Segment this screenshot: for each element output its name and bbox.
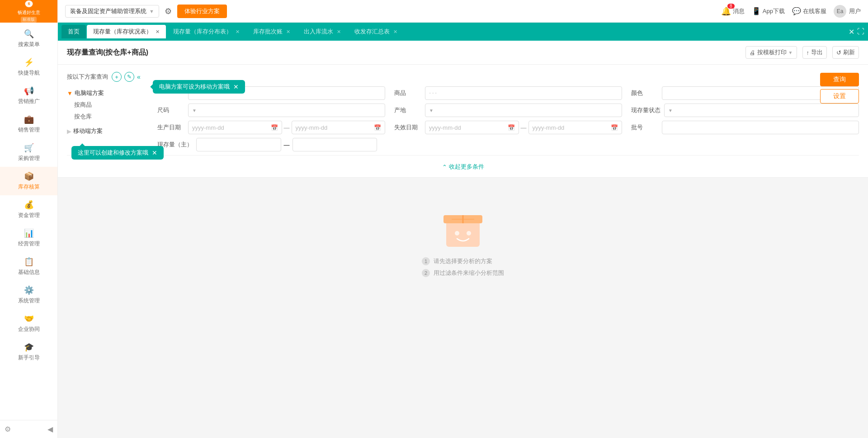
tab-summary[interactable]: 收发存汇总表 ✕ [348,25,404,38]
lightning-icon: ⚡ [24,57,34,67]
settings-footer-icon[interactable]: ⚙ [5,425,11,433]
sidebar-item-search[interactable]: 🔍 搜索菜单 [0,24,57,53]
sidebar-item-guide[interactable]: 🎓 新手引导 [0,338,57,366]
product-select[interactable]: ··· [425,86,622,100]
hint-text-2: 用过滤条件来缩小分析范围 [434,269,504,277]
sidebar-label-business: 经营管理 [18,240,40,248]
query-btn-group: 查询 设置 [820,73,859,104]
search-icon: 🔍 [24,29,34,39]
tab-stock-dist-close[interactable]: ✕ [236,29,240,35]
sidebar-item-system[interactable]: ⚙️ 系统管理 [0,281,57,309]
tab-actions: ✕ ⛶ [849,28,864,36]
sidebar-label-basic: 基础信息 [18,268,40,276]
sidebar-item-quicknav[interactable]: ⚡ 快捷导航 [0,53,57,81]
tooltip-create-close[interactable]: ✕ [152,149,157,156]
tab-stock-dist[interactable]: 现存量（库存分布表） ✕ [167,25,246,38]
scheme-group-pc: ▼ 电脑端方案 按商品 按仓库 [67,87,144,122]
expire-date-start-input[interactable]: yyyy-mm-dd 📅 [425,121,519,134]
message-badge: 8 [727,4,735,9]
tooltip-pc-scheme: 电脑方案可设为移动方案哦 ✕ [153,80,245,94]
setting-button[interactable]: 设置 [820,89,859,104]
tab-inout-close[interactable]: ✕ [337,29,341,35]
app-name: 畅通好生意 [18,9,40,16]
size-select[interactable]: ▼ [188,104,385,117]
scheme-group-mobile-header[interactable]: ▶ 移动端方案 [67,125,144,137]
stock-main-sep: — [284,141,290,148]
filter-prod-date-field: 生产日期 yyyy-mm-dd 📅 — yyyy-mm-dd 📅 [157,121,385,134]
stock-main-end-input[interactable] [292,138,377,151]
empty-hint-2: 2 用过滤条件来缩小分析范围 [422,269,504,277]
filter-stock-status-field: 现存量状态 ▼ [631,104,859,117]
sidebar-item-cooperation[interactable]: 🤝 企业协同 [0,309,57,338]
scheme-item-warehouse[interactable]: 按仓库 [67,111,144,122]
sidebar-item-purchase[interactable]: 🛒 采购管理 [0,138,57,167]
collapse-sidebar-icon[interactable]: ◀ [47,425,53,433]
filter-icons: + ✎ « [112,72,141,82]
prod-date-start-placeholder: yyyy-mm-dd [192,124,224,131]
tab-stock-status[interactable]: 现存量（库存状况表） ✕ [87,25,166,38]
topbar-right: 🔔 8 消息 📱 App下载 💬 在线客服 Ea 用户 [721,5,861,18]
print-button[interactable]: 🖨 按模板打印 ▼ [745,46,797,59]
refresh-label: 刷新 [843,48,855,57]
system-selector[interactable]: 装备及固定资产辅助管理系统 ▼ [65,5,159,18]
batch-input[interactable] [662,121,859,134]
expire-date-end-input[interactable]: yyyy-mm-dd 📅 [528,121,623,134]
sidebar-item-business[interactable]: 📊 经营管理 [0,224,57,252]
tab-summary-close[interactable]: ✕ [393,29,397,35]
tabbar: 首页 现存量（库存状况表） ✕ 现存量（库存分布表） ✕ 库存批次账 ✕ 出入库… [58,23,868,41]
message-label: 消息 [733,7,745,15]
scheme-group-pc-header[interactable]: ▼ 电脑端方案 [67,87,144,99]
tab-home-label: 首页 [68,28,80,36]
filter-row2: 尺码 ▼ 产地 ▼ 现存量状态 [157,104,859,117]
sidebar-label-marketing: 营销推广 [18,98,40,105]
main-area: 装备及固定资产辅助管理系统 ▼ ⚙ 体验行业方案 🔔 8 消息 📱 App下载 … [58,0,868,438]
message-btn[interactable]: 🔔 8 消息 [721,6,745,16]
tab-maximize-icon[interactable]: ⛶ [857,28,864,36]
tab-batch[interactable]: 库存批次账 ✕ [247,25,297,38]
gear-settings-icon[interactable]: ⚙ [165,6,172,16]
empty-illustration [436,205,490,250]
scheme-item-product[interactable]: 按商品 [67,99,144,111]
sidebar-item-sales[interactable]: 💼 销售管理 [0,110,57,138]
page-header: 现存量查询(按仓库+商品) 🖨 按模板打印 ▼ ↑ 导出 ↺ 刷新 [58,41,868,65]
edit-scheme-icon[interactable]: ✎ [124,72,134,82]
online-service-btn[interactable]: 💬 在线客服 [792,7,826,15]
sidebar-item-basic[interactable]: 📋 基础信息 [0,252,57,281]
prod-date-start-input[interactable]: yyyy-mm-dd 📅 [188,121,282,134]
guide-icon: 🎓 [24,342,34,352]
tab-home[interactable]: 首页 [61,25,86,38]
sidebar-item-finance[interactable]: 💰 资金管理 [0,195,57,224]
app-edition: 标准版 [21,17,37,23]
sidebar-item-inventory[interactable]: 📦 库存核算 [0,167,57,195]
app-download-btn[interactable]: 📱 App下载 [752,7,785,15]
add-scheme-icon[interactable]: + [112,72,122,82]
query-button[interactable]: 查询 [820,73,859,86]
origin-chevron: ▼ [429,108,434,113]
reset-scheme-icon[interactable]: « [137,73,141,80]
plan-button[interactable]: 体验行业方案 [177,5,227,18]
tab-batch-close[interactable]: ✕ [286,29,290,35]
prod-date-end-placeholder: yyyy-mm-dd [296,124,328,131]
origin-select[interactable]: ▼ [425,104,622,117]
refresh-button[interactable]: ↺ 刷新 [832,46,859,59]
tooltip-pc-close[interactable]: ✕ [233,83,239,90]
avatar: Ea [834,5,846,18]
tab-stock-status-close[interactable]: ✕ [156,29,160,35]
filter-footer: ⌃ 收起更多条件 查询 设置 [67,155,859,171]
collapse-btn[interactable]: ⌃ 收起更多条件 [67,163,859,171]
empty-hints: 1 请先选择要分析的方案 2 用过滤条件来缩小分析范围 [422,257,504,277]
svg-text:6: 6 [28,1,30,6]
user-menu[interactable]: Ea 用户 [834,5,861,18]
expire-date-label: 失效日期 [394,123,421,132]
stock-main-start-input[interactable] [196,138,281,151]
tab-inout[interactable]: 出入库流水 ✕ [297,25,347,38]
stock-status-select[interactable]: ▼ [664,104,859,117]
chart-icon: 📊 [24,228,34,238]
filter-row1: ··· 商品 ··· 颜色 ▼ [157,86,859,100]
sidebar-item-marketing[interactable]: 📢 营销推广 [0,81,57,110]
tab-close-all-icon[interactable]: ✕ [849,28,854,36]
sidebar-label-system: 系统管理 [18,297,40,305]
filter-row4: 现存量（主） — [157,138,859,151]
prod-date-end-input[interactable]: yyyy-mm-dd 📅 [292,121,386,134]
export-button[interactable]: ↑ 导出 [802,46,827,59]
